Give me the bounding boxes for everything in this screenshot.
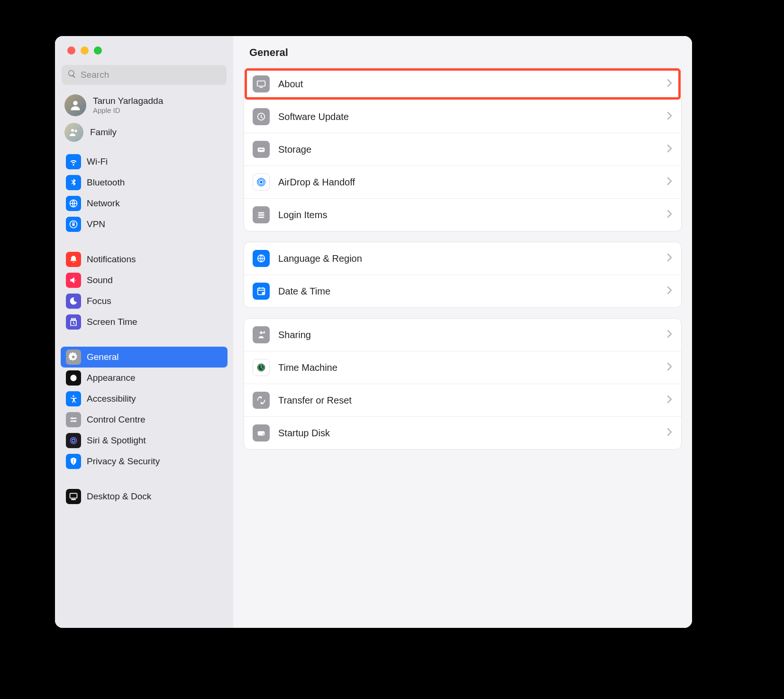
sidebar-item-vpn[interactable]: VPN	[61, 214, 228, 235]
chevron-right-icon	[667, 428, 673, 438]
transfer-icon	[253, 392, 270, 409]
datetime-icon	[253, 283, 270, 300]
login-items-icon	[253, 206, 270, 223]
accessibility-icon	[66, 391, 81, 406]
sidebar-item-label: Desktop & Dock	[87, 491, 151, 502]
family-row[interactable]: Family	[55, 121, 233, 148]
privacy-icon	[66, 454, 81, 469]
maximize-button[interactable]	[94, 46, 102, 55]
chevron-right-icon	[667, 177, 673, 187]
screentime-icon	[66, 314, 81, 330]
sidebar-item-privacy[interactable]: Privacy & Security	[61, 451, 228, 472]
sidebar-item-label: Privacy & Security	[87, 456, 160, 467]
row-storage[interactable]: Storage	[244, 133, 681, 166]
row-airdrop[interactable]: AirDrop & Handoff	[244, 166, 681, 199]
network-icon	[66, 196, 81, 211]
svg-rect-15	[71, 499, 76, 500]
account-name: Tarun Yarlagadda	[93, 96, 163, 107]
chevron-right-icon	[667, 253, 673, 264]
sidebar: Tarun Yarlagadda Apple ID Family Wi-Fi B…	[55, 36, 233, 628]
search-icon	[67, 69, 77, 81]
sidebar-item-general[interactable]: General	[61, 347, 228, 368]
notifications-icon	[66, 252, 81, 267]
svg-rect-17	[259, 87, 263, 88]
svg-point-30	[260, 331, 263, 334]
svg-point-13	[72, 439, 75, 442]
apple-id-row[interactable]: Tarun Yarlagadda Apple ID	[55, 90, 233, 121]
close-button[interactable]	[67, 46, 75, 55]
chevron-right-icon	[667, 144, 673, 155]
sidebar-item-bluetooth[interactable]: Bluetooth	[61, 172, 228, 193]
row-datetime[interactable]: Date & Time	[244, 275, 681, 307]
focus-icon	[66, 294, 81, 309]
storage-icon	[253, 141, 270, 158]
svg-point-2	[75, 130, 77, 132]
svg-rect-16	[257, 81, 265, 86]
row-label: Date & Time	[278, 286, 667, 297]
family-avatar	[64, 123, 83, 142]
svg-rect-20	[259, 149, 263, 150]
row-timemachine[interactable]: Time Machine	[244, 351, 681, 384]
svg-rect-19	[258, 147, 265, 152]
svg-point-21	[260, 181, 263, 184]
sidebar-item-wifi[interactable]: Wi-Fi	[61, 151, 228, 172]
desktop-icon	[66, 489, 81, 504]
row-sharing[interactable]: Sharing	[244, 319, 681, 351]
row-startup[interactable]: Startup Disk	[244, 417, 681, 449]
sidebar-item-network[interactable]: Network	[61, 193, 228, 214]
chevron-right-icon	[667, 111, 673, 122]
sidebar-group-system: General Appearance Accessibility Control…	[55, 344, 233, 475]
sidebar-item-label: Sound	[87, 275, 113, 285]
sidebar-item-label: Network	[87, 198, 120, 209]
minimize-button[interactable]	[81, 46, 89, 55]
row-software-update[interactable]: Software Update	[244, 101, 681, 133]
search-container	[55, 55, 233, 90]
sidebar-item-label: Bluetooth	[87, 177, 125, 188]
sidebar-item-appearance[interactable]: Appearance	[61, 368, 228, 388]
airdrop-icon	[253, 174, 270, 191]
chevron-right-icon	[667, 79, 673, 89]
row-language[interactable]: Language & Region	[244, 242, 681, 275]
svg-point-29	[262, 292, 264, 294]
timemachine-icon	[253, 359, 270, 376]
sidebar-item-controlcentre[interactable]: Control Centre	[61, 409, 228, 430]
chevron-right-icon	[667, 286, 673, 296]
family-label: Family	[90, 127, 117, 138]
sidebar-item-screentime[interactable]: Screen Time	[61, 312, 228, 332]
sharing-icon	[253, 326, 270, 343]
row-login-items[interactable]: Login Items	[244, 199, 681, 231]
chevron-right-icon	[667, 395, 673, 405]
sidebar-item-notifications[interactable]: Notifications	[61, 249, 228, 270]
vpn-icon	[66, 217, 81, 232]
settings-window: Tarun Yarlagadda Apple ID Family Wi-Fi B…	[55, 36, 692, 628]
svg-rect-14	[70, 493, 77, 498]
sidebar-item-focus[interactable]: Focus	[61, 291, 228, 312]
account-sub: Apple ID	[93, 106, 163, 115]
sidebar-item-label: Focus	[87, 296, 111, 306]
search-input[interactable]	[81, 70, 221, 80]
row-label: Transfer or Reset	[278, 395, 667, 406]
controlcentre-icon	[66, 412, 81, 427]
svg-point-7	[73, 395, 74, 397]
sidebar-group-network: Wi-Fi Bluetooth Network VPN	[55, 148, 233, 238]
sidebar-item-label: Screen Time	[87, 317, 137, 327]
sidebar-item-siri[interactable]: Siri & Spotlight	[61, 430, 228, 451]
sidebar-item-desktop[interactable]: Desktop & Dock	[61, 486, 228, 507]
sidebar-group-alerts: Notifications Sound Focus Screen Time	[55, 246, 233, 335]
sidebar-item-accessibility[interactable]: Accessibility	[61, 388, 228, 409]
about-icon	[253, 75, 270, 92]
page-title: General	[233, 36, 692, 67]
row-about[interactable]: About	[244, 68, 681, 101]
sidebar-item-label: Control Centre	[87, 414, 146, 425]
search-field[interactable]	[62, 65, 227, 85]
software-update-icon	[253, 108, 270, 125]
row-label: Language & Region	[278, 253, 667, 264]
svg-point-0	[73, 101, 77, 105]
row-transfer[interactable]: Transfer or Reset	[244, 384, 681, 417]
main-pane: General About Software Update Storage Ai…	[233, 36, 692, 628]
sidebar-item-sound[interactable]: Sound	[61, 270, 228, 291]
panel-group-1: About Software Update Storage AirDrop & …	[244, 67, 682, 231]
row-label: Storage	[278, 144, 667, 155]
svg-rect-24	[258, 212, 264, 214]
appearance-icon	[66, 370, 81, 386]
